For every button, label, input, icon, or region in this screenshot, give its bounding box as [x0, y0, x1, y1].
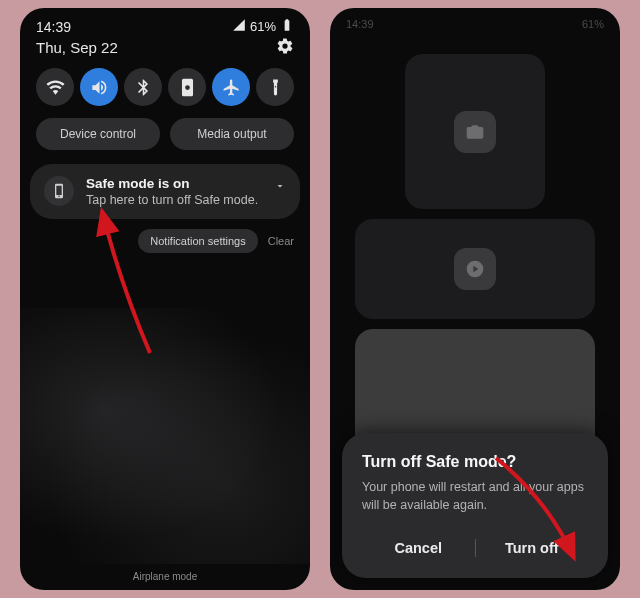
media-output-button[interactable]: Media output	[170, 118, 294, 150]
camera-icon	[454, 111, 496, 153]
airplane-mode-label: Airplane mode	[20, 571, 310, 582]
clock: 14:39	[346, 18, 374, 30]
qs-bluetooth[interactable]	[124, 68, 162, 106]
date-text: Thu, Sep 22	[36, 39, 118, 56]
blurred-background	[20, 308, 310, 564]
turn-off-button[interactable]: Turn off	[476, 532, 589, 564]
notification-subtitle: Tap here to turn off Safe mode.	[86, 193, 286, 207]
status-bar-dim: 14:39 61%	[330, 8, 620, 32]
status-right: 61%	[232, 18, 294, 35]
date-row: Thu, Sep 22	[20, 37, 310, 68]
pill-row: Device control Media output	[20, 118, 310, 164]
phone-icon	[44, 176, 74, 206]
phone-notification-panel: 14:39 61% Thu, Sep 22 Device control Med…	[20, 8, 310, 590]
dialog-title: Turn off Safe mode?	[362, 453, 588, 471]
qs-flashlight[interactable]	[256, 68, 294, 106]
play-icon	[454, 248, 496, 290]
qs-airplane[interactable]	[212, 68, 250, 106]
dialog-buttons: Cancel Turn off	[362, 532, 588, 564]
device-control-button[interactable]: Device control	[36, 118, 160, 150]
battery-text: 61%	[250, 19, 276, 34]
battery-text: 61%	[582, 18, 604, 30]
recent-card	[405, 54, 545, 209]
clock: 14:39	[36, 19, 71, 35]
qs-wifi[interactable]	[36, 68, 74, 106]
status-bar: 14:39 61%	[20, 8, 310, 37]
chevron-down-icon[interactable]	[274, 178, 286, 196]
qs-sound[interactable]	[80, 68, 118, 106]
notification-footer-row: Notification settings Clear	[20, 229, 310, 253]
dialog-body: Your phone will restart and all your app…	[362, 479, 588, 514]
recent-card	[355, 219, 595, 319]
signal-icon	[232, 18, 246, 35]
quick-settings-row	[20, 68, 310, 118]
notification-settings-button[interactable]: Notification settings	[138, 229, 257, 253]
safe-mode-notification[interactable]: Safe mode is on Tap here to turn off Saf…	[30, 164, 300, 219]
phone-safe-mode-dialog: 14:39 61% Turn off Safe mode? Your phone…	[330, 8, 620, 590]
turn-off-safe-mode-dialog: Turn off Safe mode? Your phone will rest…	[342, 433, 608, 578]
battery-icon	[280, 18, 294, 35]
clear-button[interactable]: Clear	[268, 235, 294, 247]
cancel-button[interactable]: Cancel	[362, 532, 475, 564]
notification-body: Safe mode is on Tap here to turn off Saf…	[86, 176, 286, 207]
notification-title: Safe mode is on	[86, 176, 286, 191]
settings-button[interactable]	[276, 37, 294, 58]
qs-rotate-lock[interactable]	[168, 68, 206, 106]
